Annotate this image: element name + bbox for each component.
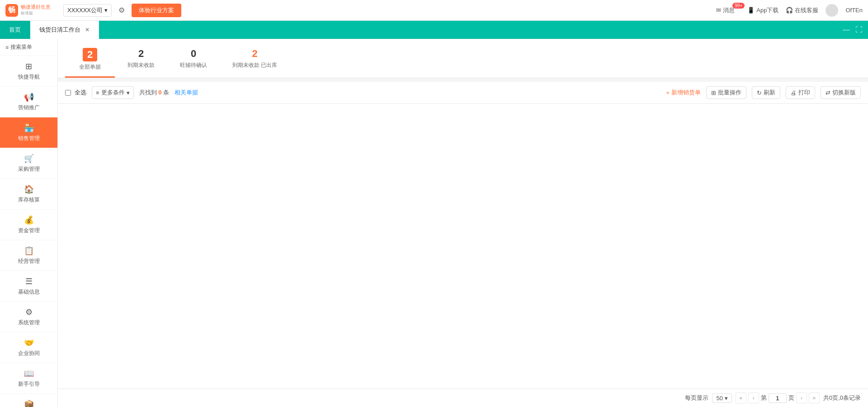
logo-text: 畅捷通好生意 bbox=[21, 4, 51, 10]
page-size-value: 50 bbox=[716, 395, 722, 402]
first-page-button[interactable]: « bbox=[736, 393, 746, 403]
sidebar-item-sales[interactable]: 🏪 销售管理 bbox=[0, 117, 57, 148]
page-prefix: 第 bbox=[761, 394, 767, 402]
avatar[interactable] bbox=[826, 4, 838, 17]
sidebar-item-marketing[interactable]: 📢 营销推广 bbox=[0, 87, 57, 117]
page-input[interactable] bbox=[769, 393, 787, 403]
prev-page-button[interactable]: ‹ bbox=[748, 393, 759, 403]
search-menu-label: 搜索菜单 bbox=[10, 43, 32, 51]
headset-icon: 🎧 bbox=[786, 7, 793, 14]
switch-version-button[interactable]: ⇄ 切换新版 bbox=[821, 86, 861, 99]
stat-tab-overdue-shipped[interactable]: 2 到期未收款 已出库 bbox=[220, 44, 290, 78]
sidebar-item-purchase[interactable]: 🛒 采购管理 bbox=[0, 148, 57, 179]
trial-button[interactable]: 体验行业方案 bbox=[132, 4, 181, 17]
stat-tab-all[interactable]: 2 全部单据 bbox=[65, 44, 115, 78]
logo-tag: 标准版 bbox=[21, 10, 51, 16]
sidebar-item-finance[interactable]: 💰 资金管理 bbox=[0, 210, 57, 240]
message-badge: 99+ bbox=[732, 3, 745, 9]
sidebar-item-basic[interactable]: ☰ 基础信息 bbox=[0, 271, 57, 302]
print-label: 打印 bbox=[798, 89, 810, 97]
add-order-button[interactable]: + 新增销货单 bbox=[666, 89, 701, 97]
sidebar-item-inventory[interactable]: 🏠 库存核算 bbox=[0, 179, 57, 210]
settings-button[interactable]: ⚙ bbox=[115, 4, 128, 17]
stat-label-all: 全部单据 bbox=[79, 63, 101, 71]
purchase-icon: 🛒 bbox=[24, 154, 34, 164]
company-name: XXXXXX公司 bbox=[67, 6, 103, 14]
tab-maximize-icon[interactable]: ⛶ bbox=[855, 26, 863, 34]
finance-icon: 💰 bbox=[24, 215, 34, 225]
batch-icon: ⊞ bbox=[711, 89, 716, 96]
username[interactable]: OfTEn bbox=[845, 7, 863, 14]
filter-button[interactable]: ≡ 更多条件 ▾ bbox=[92, 86, 134, 99]
filter-chevron-icon: ▾ bbox=[127, 89, 130, 96]
sidebar-label-basic: 基础信息 bbox=[18, 288, 40, 296]
tab-minimize-icon[interactable]: — bbox=[843, 26, 850, 34]
stat-tab-wangfu[interactable]: 0 旺辅待确认 bbox=[167, 44, 220, 78]
inventory-icon: 🏠 bbox=[24, 184, 34, 194]
prev-page-icon: ‹ bbox=[753, 395, 755, 401]
online-service-label: 在线客服 bbox=[795, 6, 818, 14]
add-order-label: 新增销货单 bbox=[671, 89, 701, 97]
main-layout: ≡ 搜索菜单 ⊞ 快捷导航 📢 营销推广 🏪 销售管理 🛒 采购管理 🏠 库存核… bbox=[0, 39, 868, 407]
app-download-button[interactable]: 📱 App下载 bbox=[747, 6, 778, 14]
next-page-button[interactable]: › bbox=[796, 393, 807, 403]
guide-icon: 📖 bbox=[24, 369, 34, 379]
last-page-icon: » bbox=[813, 395, 816, 401]
found-text: 共找到 0 条 bbox=[139, 89, 169, 97]
filter-label: 更多条件 bbox=[101, 89, 125, 97]
switch-icon: ⇄ bbox=[826, 89, 830, 96]
page-suffix: 页 bbox=[788, 394, 794, 402]
sales-icon: 🏪 bbox=[24, 123, 34, 133]
page-size-label: 每页显示 bbox=[685, 394, 708, 402]
header-left: 畅 畅捷通好生意 标准版 XXXXXX公司 ▾ ⚙ 体验行业方案 bbox=[5, 4, 181, 17]
print-button[interactable]: 🖨 打印 bbox=[786, 86, 815, 99]
sidebar: ≡ 搜索菜单 ⊞ 快捷导航 📢 营销推广 🏪 销售管理 🛒 采购管理 🏠 库存核… bbox=[0, 39, 58, 407]
nav-icon: ⊞ bbox=[25, 61, 32, 71]
sidebar-label-marketing: 营销推广 bbox=[18, 104, 40, 112]
sidebar-label-operation: 经营管理 bbox=[18, 257, 40, 265]
message-button[interactable]: ✉ 消息 99+ bbox=[716, 6, 740, 14]
select-all-checkbox[interactable]: 全选 bbox=[65, 89, 86, 97]
sidebar-item-nav[interactable]: ⊞ 快捷导航 bbox=[0, 56, 57, 87]
sidebar-label-purchase: 采购管理 bbox=[18, 165, 40, 173]
related-documents-link[interactable]: 相关单据 bbox=[175, 89, 198, 97]
chevron-down-icon: ▾ bbox=[104, 7, 108, 14]
tab-workbench[interactable]: 钱货日清工作台 ✕ bbox=[30, 21, 99, 39]
sidebar-label-system: 系统管理 bbox=[18, 319, 40, 327]
operation-icon: 📋 bbox=[24, 246, 34, 256]
logo-area: 畅 畅捷通好生意 标准版 bbox=[5, 4, 60, 17]
stat-label-overdue-shipped: 到期未收款 已出库 bbox=[232, 61, 277, 69]
stat-num-overdue-shipped: 2 bbox=[252, 48, 258, 60]
page-size-select[interactable]: 50 ▾ bbox=[712, 393, 731, 403]
table-area bbox=[58, 104, 868, 388]
tab-bar-actions: — ⛶ bbox=[837, 26, 868, 34]
tab-close-icon[interactable]: ✕ bbox=[85, 27, 90, 33]
select-all-label: 全选 bbox=[75, 89, 86, 97]
last-page-button[interactable]: » bbox=[809, 393, 820, 403]
sidebar-item-guide[interactable]: 📖 新手引导 bbox=[0, 363, 57, 394]
sidebar-item-operation[interactable]: 📋 经营管理 bbox=[0, 240, 57, 271]
sidebar-item-coop[interactable]: 🤝 企业协同 bbox=[0, 332, 57, 363]
select-all-input[interactable] bbox=[65, 90, 71, 96]
sidebar-item-appstore[interactable]: 📦 应用中心 bbox=[0, 394, 57, 407]
print-icon: 🖨 bbox=[791, 89, 797, 96]
stat-tab-overdue[interactable]: 2 到期未收款 bbox=[115, 44, 167, 78]
filter-icon: ≡ bbox=[96, 89, 99, 96]
company-selector[interactable]: XXXXXX公司 ▾ bbox=[63, 4, 112, 17]
sidebar-item-system[interactable]: ⚙ 系统管理 bbox=[0, 302, 57, 332]
sidebar-search[interactable]: ≡ 搜索菜单 bbox=[0, 39, 57, 56]
sidebar-label-sales: 销售管理 bbox=[18, 135, 40, 142]
online-service-button[interactable]: 🎧 在线客服 bbox=[786, 6, 818, 14]
phone-icon: 📱 bbox=[747, 7, 755, 14]
tab-home[interactable]: 首页 bbox=[0, 21, 30, 39]
batch-operation-button[interactable]: ⊞ 批量操作 bbox=[706, 86, 746, 99]
basic-icon: ☰ bbox=[25, 276, 33, 286]
tab-workbench-label: 钱货日清工作台 bbox=[39, 26, 80, 34]
refresh-button[interactable]: ↻ 刷新 bbox=[752, 86, 780, 99]
sidebar-label-inventory: 库存核算 bbox=[18, 196, 40, 204]
marketing-icon: 📢 bbox=[24, 92, 34, 102]
tab-home-label: 首页 bbox=[9, 26, 21, 34]
stat-num-overdue: 2 bbox=[138, 48, 144, 60]
header-right: ✉ 消息 99+ 📱 App下载 🎧 在线客服 OfTEn bbox=[716, 4, 863, 17]
stat-num-wangfu: 0 bbox=[191, 48, 196, 60]
